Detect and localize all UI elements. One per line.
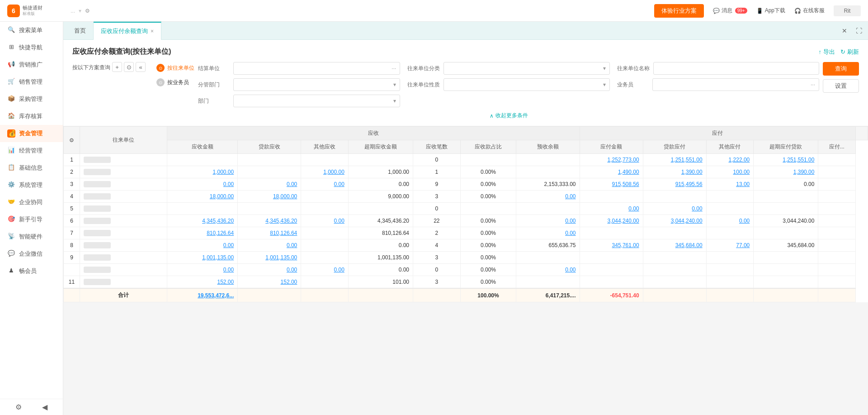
ap-overdue[interactable]: 1,251,551.00 bbox=[754, 154, 818, 166]
ar-other[interactable]: 0.00 bbox=[301, 178, 349, 191]
table-settings-icon[interactable]: ⚙ bbox=[69, 137, 74, 143]
ar-other[interactable]: 1,000.00 bbox=[301, 166, 349, 178]
sidebar-label: 采购管理 bbox=[19, 95, 42, 103]
ar-amount[interactable]: 1,000.00 bbox=[167, 166, 238, 178]
ap-amount[interactable]: 345,761.00 bbox=[580, 239, 643, 252]
ap-amount[interactable]: 0.00 bbox=[580, 203, 643, 215]
collapse-icon[interactable]: ◀ bbox=[42, 403, 47, 411]
sidebar-item-member[interactable]: ♟ 畅会员 bbox=[0, 262, 63, 280]
ar-loan[interactable]: 18,000.00 bbox=[238, 191, 301, 203]
chevron-up-icon: ∧ bbox=[490, 113, 494, 119]
add-scheme-btn[interactable]: + bbox=[112, 62, 122, 72]
settlement-input[interactable]: ··· bbox=[233, 62, 400, 75]
ar-loan[interactable]: 152.00 bbox=[238, 276, 301, 289]
refresh-button[interactable]: ↻ 刷新 bbox=[840, 48, 859, 56]
ap-other[interactable]: 1,222.00 bbox=[706, 154, 754, 166]
app-download-btn[interactable]: 📱 App下载 bbox=[756, 7, 785, 14]
settings-icon[interactable]: ⚙ bbox=[15, 403, 22, 411]
filter-by-partner[interactable]: ⊙ 按往来单位 bbox=[153, 62, 198, 74]
sidebar-item-purchase[interactable]: 📦 采购管理 bbox=[0, 91, 63, 108]
partner-cat-input[interactable]: ▾ bbox=[443, 62, 609, 75]
ap-other[interactable]: 0.00 bbox=[706, 215, 754, 227]
ar-loan[interactable]: 4,345,436.20 bbox=[238, 215, 301, 227]
sidebar-item-guide[interactable]: 🎯 新手引导 bbox=[0, 211, 63, 228]
sidebar-item-basic-info[interactable]: 📋 基础信息 bbox=[0, 159, 63, 176]
collapse-scheme-btn[interactable]: « bbox=[136, 62, 146, 72]
ar-prepay[interactable]: 0.00 bbox=[516, 191, 580, 203]
ar-amount[interactable]: 0.00 bbox=[167, 264, 238, 276]
sidebar-item-marketing[interactable]: 📢 营销推广 bbox=[0, 56, 63, 73]
department-input[interactable]: ▾ bbox=[233, 95, 400, 107]
sidebar-item-wechat[interactable]: 💬 企业微信 bbox=[0, 245, 63, 262]
settings-button[interactable]: 设置 bbox=[823, 79, 859, 93]
ar-loan[interactable]: 0.00 bbox=[238, 264, 301, 276]
tab-expand-btn[interactable]: ⛶ bbox=[854, 25, 864, 36]
ap-loan[interactable]: 1,251,551.00 bbox=[643, 154, 706, 166]
ar-other[interactable]: 0.00 bbox=[301, 264, 349, 276]
partner-name-input[interactable] bbox=[653, 62, 819, 75]
ar-amount[interactable]: 4,345,436.20 bbox=[167, 215, 238, 227]
query-button[interactable]: 查询 bbox=[823, 62, 859, 76]
ap-amount[interactable]: 915,508.56 bbox=[580, 178, 643, 191]
ar-loan[interactable]: 810,126.64 bbox=[238, 227, 301, 239]
ar-other[interactable]: 0.00 bbox=[301, 215, 349, 227]
ap-loan[interactable]: 1,390.00 bbox=[643, 166, 706, 178]
ar-prepay[interactable]: 0.00 bbox=[516, 264, 580, 276]
operations-icon: 📊 bbox=[7, 147, 15, 155]
ar-amount[interactable]: 0.00 bbox=[167, 178, 238, 191]
ar-amount[interactable]: 152.00 bbox=[167, 276, 238, 289]
ar-amount[interactable]: 810,126.64 bbox=[167, 227, 238, 239]
ap-loan[interactable]: 0.00 bbox=[643, 203, 706, 215]
trial-button[interactable]: 体验行业方案 bbox=[654, 4, 704, 18]
hardware-icon: 📡 bbox=[7, 233, 15, 241]
ar-amount[interactable]: 0.00 bbox=[167, 239, 238, 252]
settings-scheme-btn[interactable]: ⊙ bbox=[124, 62, 134, 72]
user-avatar[interactable]: Rit bbox=[834, 5, 861, 16]
ap-suffix bbox=[818, 191, 855, 203]
sidebar-item-search-menu[interactable]: 🔍 搜索菜单 bbox=[0, 22, 63, 39]
ar-amount[interactable]: 1,001,135.00 bbox=[167, 252, 238, 264]
ap-amount[interactable]: 3,044,240.00 bbox=[580, 215, 643, 227]
ar-loan[interactable]: 1,001,135.00 bbox=[238, 252, 301, 264]
sidebar-item-system[interactable]: ⚙️ 系统管理 bbox=[0, 176, 63, 194]
nature-input[interactable]: ▾ bbox=[443, 78, 609, 91]
ap-overdue[interactable]: 1,390.00 bbox=[754, 166, 818, 178]
tab-close-btn[interactable]: ✕ bbox=[839, 25, 850, 36]
settings-col-header[interactable]: ⚙ bbox=[64, 127, 80, 154]
online-service-btn[interactable]: 🎧 在线客服 bbox=[794, 7, 825, 14]
ar-prepay[interactable]: 0.00 bbox=[516, 215, 580, 227]
sidebar-item-smart-hw[interactable]: 📡 智能硬件 bbox=[0, 228, 63, 245]
ap-suffix bbox=[818, 154, 855, 166]
gear-icon[interactable]: ⚙ bbox=[85, 8, 90, 14]
tab-home[interactable]: 首页 bbox=[67, 22, 94, 40]
salesperson-input[interactable]: ··· bbox=[652, 78, 819, 91]
tab-close-icon[interactable]: × bbox=[151, 28, 154, 34]
ar-prepay[interactable]: 0.00 bbox=[516, 227, 580, 239]
sidebar-item-sales[interactable]: 🛒 销售管理 bbox=[0, 73, 63, 91]
tab-ar-ap[interactable]: 应收应付余额查询 × bbox=[94, 22, 161, 40]
ar-loan[interactable]: 0.00 bbox=[238, 178, 301, 191]
ap-amount[interactable]: 1,252,773.00 bbox=[580, 154, 643, 166]
ap-other[interactable]: 100.00 bbox=[706, 166, 754, 178]
ap-other[interactable]: 13.00 bbox=[706, 178, 754, 191]
filter-by-salesperson[interactable]: ⊙ 按业务员 bbox=[153, 76, 198, 88]
messages-btn[interactable]: 💬 消息 99+ bbox=[713, 7, 747, 14]
export-button[interactable]: ↑ 导出 bbox=[819, 48, 835, 56]
ap-loan[interactable]: 915,495.56 bbox=[643, 178, 706, 191]
sidebar-item-finance[interactable]: 💰 资金管理 bbox=[0, 125, 63, 142]
ap-other[interactable]: 77.00 bbox=[706, 239, 754, 252]
ap-amount[interactable]: 1,490.00 bbox=[580, 166, 643, 178]
dept-input[interactable]: ▾ bbox=[233, 78, 400, 91]
ap-loan[interactable]: 345,684.00 bbox=[643, 239, 706, 252]
ar-loan[interactable]: 0.00 bbox=[238, 239, 301, 252]
sidebar-item-inventory[interactable]: 🏠 库存核算 bbox=[0, 108, 63, 125]
nav-chevron-icon[interactable]: ▾ bbox=[79, 8, 81, 14]
sidebar-label: 快捷导航 bbox=[19, 43, 42, 52]
ap-loan[interactable]: 3,044,240.00 bbox=[643, 215, 706, 227]
sidebar-item-cooperation[interactable]: 🤝 企业协同 bbox=[0, 194, 63, 211]
collapse-button[interactable]: ∧ 收起更多条件 bbox=[198, 109, 819, 122]
sidebar-item-quick-nav[interactable]: ⊞ 快捷导航 bbox=[0, 39, 63, 56]
footer-ar-amount[interactable]: 19,553,472,6... bbox=[167, 288, 238, 302]
sidebar-item-operations[interactable]: 📊 经营管理 bbox=[0, 142, 63, 159]
ar-amount[interactable]: 18,000.00 bbox=[167, 191, 238, 203]
